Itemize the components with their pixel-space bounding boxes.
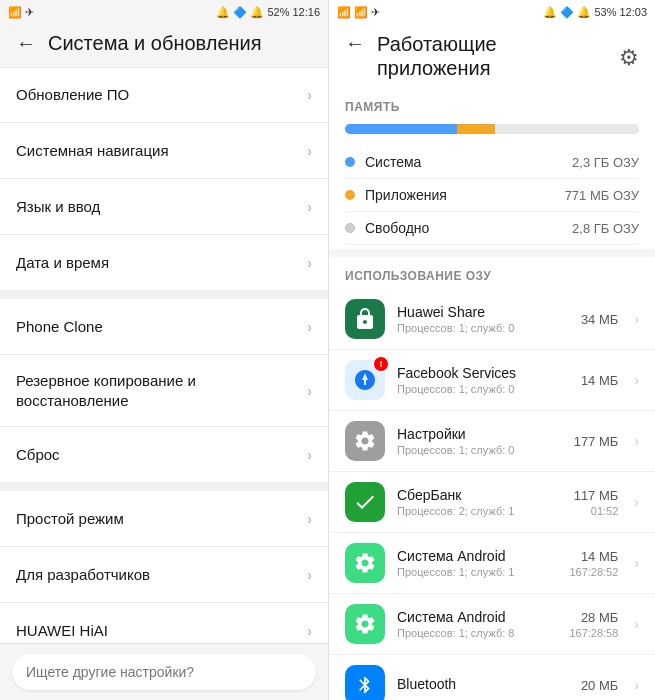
memory-bar-free <box>495 124 639 134</box>
right-back-button[interactable]: ← <box>345 32 365 55</box>
app-name-huawei-share: Huawei Share <box>397 304 569 320</box>
app-right-sber: 117 МБ 01:52 <box>574 488 619 517</box>
memory-legend-apps-left: Приложения <box>345 187 447 203</box>
right-status-right: 🔔 🔷 🔔 53% 12:03 <box>543 6 647 19</box>
dot-apps <box>345 190 355 200</box>
app-sub-huawei-share: Процессов: 1; служб: 0 <box>397 322 569 334</box>
memory-legend-free: Свободно 2,8 ГБ ОЗУ <box>345 212 639 245</box>
app-time-android2: 167:28:58 <box>569 627 618 639</box>
icon-wrapper-huawei <box>345 299 385 339</box>
memory-legend: Система 2,3 ГБ ОЗУ Приложения 771 МБ ОЗУ… <box>329 146 655 245</box>
right-header: ← Работающиеприложения ⚙ <box>329 24 655 92</box>
left-status-icons: 📶 ✈ <box>8 6 34 19</box>
app-name-android2: Система Android <box>397 609 557 625</box>
app-size-settings: 177 МБ <box>574 434 619 449</box>
right-header-left: ← Работающиеприложения <box>345 32 497 80</box>
airplane-icon: ✈ <box>25 6 34 19</box>
app-chevron-facebook: › <box>634 372 639 388</box>
memory-legend-free-left: Свободно <box>345 220 429 236</box>
left-battery: 🔔 52% 12:16 <box>250 6 320 19</box>
memory-free-value: 2,8 ГБ ОЗУ <box>572 221 639 236</box>
menu-item-phoneclone[interactable]: Phone Clone › <box>0 299 328 355</box>
icon-wrapper-sber <box>345 482 385 522</box>
app-info-facebook: Facebook Services Процессов: 1; служб: 0 <box>397 365 569 395</box>
right-battery: 🔔 53% 12:03 <box>577 6 647 19</box>
icon-wrapper-android2 <box>345 604 385 644</box>
alarm-icon: 🔔 <box>216 6 230 19</box>
app-size-android1: 14 МБ <box>581 549 618 564</box>
menu-item-dev[interactable]: Для разработчиков › <box>0 547 328 603</box>
app-chevron-bluetooth: › <box>634 677 639 693</box>
icon-wrapper-android1 <box>345 543 385 583</box>
app-name-sber: СберБанк <box>397 487 562 503</box>
search-input[interactable] <box>12 654 316 690</box>
menu-item-reset[interactable]: Сброс › <box>0 427 328 483</box>
chevron-icon: › <box>307 623 312 639</box>
app-size-facebook: 14 МБ <box>581 373 618 388</box>
menu-item-lang[interactable]: Язык и ввод › <box>0 179 328 235</box>
app-name-facebook: Facebook Services <box>397 365 569 381</box>
app-info-bluetooth: Bluetooth <box>397 676 569 694</box>
chevron-icon: › <box>307 511 312 527</box>
memory-legend-system: Система 2,3 ГБ ОЗУ <box>345 146 639 179</box>
app-item-bluetooth[interactable]: Bluetooth 20 МБ › <box>329 655 655 700</box>
menu-item-hiai[interactable]: HUAWEI HiAI › <box>0 603 328 643</box>
app-sub-android1: Процессов: 1; служб: 1 <box>397 566 557 578</box>
app-icon-huawei-share <box>345 299 385 339</box>
gear-settings-button[interactable]: ⚙ <box>619 45 639 71</box>
chevron-icon: › <box>307 319 312 335</box>
memory-free-label: Свободно <box>365 220 429 236</box>
menu-item-update[interactable]: Обновление ПО › <box>0 67 328 123</box>
left-back-button[interactable]: ← <box>16 32 36 55</box>
app-chevron-android1: › <box>634 555 639 571</box>
app-item-huawei-share[interactable]: Huawei Share Процессов: 1; служб: 0 34 М… <box>329 289 655 350</box>
memory-system-label: Система <box>365 154 421 170</box>
chevron-icon: › <box>307 199 312 215</box>
sim-icon-right: 📶 <box>337 6 351 19</box>
right-content: ПАМЯТЬ Система 2,3 ГБ ОЗУ Приложения <box>329 92 655 700</box>
app-icon-android1 <box>345 543 385 583</box>
memory-system-value: 2,3 ГБ ОЗУ <box>572 155 639 170</box>
app-icon-android2 <box>345 604 385 644</box>
chevron-icon: › <box>307 567 312 583</box>
app-name-bluetooth: Bluetooth <box>397 676 569 692</box>
menu-item-nav-label: Системная навигация <box>16 141 169 161</box>
memory-legend-apps: Приложения 771 МБ ОЗУ <box>345 179 639 212</box>
menu-item-dev-label: Для разработчиков <box>16 565 150 585</box>
menu-item-simple[interactable]: Простой режим › <box>0 491 328 547</box>
app-icon-sber <box>345 482 385 522</box>
section-divider <box>329 249 655 257</box>
app-size-huawei-share: 34 МБ <box>581 312 618 327</box>
menu-item-backup[interactable]: Резервное копирование и восстановление › <box>0 355 328 427</box>
app-info-android1: Система Android Процессов: 1; служб: 1 <box>397 548 557 578</box>
app-item-facebook[interactable]: ! Facebook Services Процессов: 1; служб:… <box>329 350 655 411</box>
app-item-settings[interactable]: Настройки Процессов: 1; служб: 0 177 МБ … <box>329 411 655 472</box>
app-size-android2: 28 МБ <box>581 610 618 625</box>
app-sub-settings: Процессов: 1; служб: 0 <box>397 444 562 456</box>
right-status-icons: 📶 📶 ✈ <box>337 6 380 19</box>
memory-legend-system-left: Система <box>345 154 421 170</box>
left-status-right: 🔔 🔷 🔔 52% 12:16 <box>216 6 320 19</box>
app-right-settings: 177 МБ <box>574 434 619 449</box>
sim-icon: 📶 <box>8 6 22 19</box>
menu-gap <box>0 291 328 299</box>
app-item-android2[interactable]: Система Android Процессов: 1; служб: 8 2… <box>329 594 655 655</box>
dot-system <box>345 157 355 167</box>
memory-bar-apps <box>457 124 495 134</box>
ram-section-label: ИСПОЛЬЗОВАНИЕ ОЗУ <box>329 261 655 289</box>
menu-item-datetime[interactable]: Дата и время › <box>0 235 328 291</box>
menu-item-update-label: Обновление ПО <box>16 85 129 105</box>
memory-section-label: ПАМЯТЬ <box>329 92 655 120</box>
memory-bar <box>345 124 639 134</box>
dot-free <box>345 223 355 233</box>
alarm-icon-right: 🔔 <box>543 6 557 19</box>
app-right-bluetooth: 20 МБ <box>581 678 618 693</box>
menu-gap-2 <box>0 483 328 491</box>
app-item-android1[interactable]: Система Android Процессов: 1; служб: 1 1… <box>329 533 655 594</box>
icon-wrapper-bluetooth <box>345 665 385 700</box>
app-item-sber[interactable]: СберБанк Процессов: 2; служб: 1 117 МБ 0… <box>329 472 655 533</box>
app-name-settings: Настройки <box>397 426 562 442</box>
app-name-android1: Система Android <box>397 548 557 564</box>
left-page-title: Система и обновления <box>48 32 262 55</box>
menu-item-nav[interactable]: Системная навигация › <box>0 123 328 179</box>
